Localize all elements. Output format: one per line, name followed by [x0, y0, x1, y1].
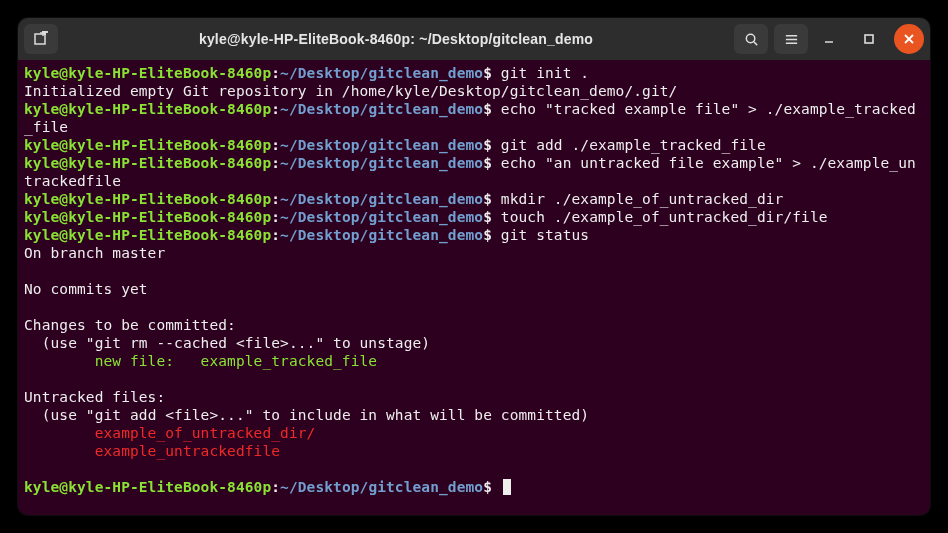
blank-line [24, 370, 924, 388]
terminal-window: kyle@kyle-HP-EliteBook-8460p: ~/Desktop/… [18, 18, 930, 515]
blank-line [24, 262, 924, 280]
maximize-button[interactable] [854, 24, 884, 54]
close-button[interactable] [894, 24, 924, 54]
prompt-line: kyle@kyle-HP-EliteBook-8460p:~/Desktop/g… [24, 208, 924, 226]
prompt-line: kyle@kyle-HP-EliteBook-8460p:~/Desktop/g… [24, 154, 924, 190]
blank-line [24, 298, 924, 316]
prompt-line: kyle@kyle-HP-EliteBook-8460p:~/Desktop/g… [24, 136, 924, 154]
prompt-line: kyle@kyle-HP-EliteBook-8460p:~/Desktop/g… [24, 64, 924, 82]
svg-point-5 [746, 34, 754, 42]
cursor [503, 479, 511, 495]
window-title: kyle@kyle-HP-EliteBook-8460p: ~/Desktop/… [64, 31, 728, 47]
output-line: example_of_untracked_dir/ [24, 424, 924, 442]
prompt-line: kyle@kyle-HP-EliteBook-8460p:~/Desktop/g… [24, 478, 924, 496]
output-line: new file: example_tracked_file [24, 352, 924, 370]
titlebar: kyle@kyle-HP-EliteBook-8460p: ~/Desktop/… [18, 18, 930, 60]
output-line: (use "git add <file>..." to include in w… [24, 406, 924, 424]
svg-rect-11 [865, 35, 873, 43]
search-button[interactable] [734, 24, 768, 54]
prompt-line: kyle@kyle-HP-EliteBook-8460p:~/Desktop/g… [24, 190, 924, 208]
output-line: Untracked files: [24, 388, 924, 406]
output-line: Changes to be committed: [24, 316, 924, 334]
output-line: Initialized empty Git repository in /hom… [24, 82, 924, 100]
output-line: No commits yet [24, 280, 924, 298]
minimize-button[interactable] [814, 24, 844, 54]
output-line: On branch master [24, 244, 924, 262]
output-line: example_untrackedfile [24, 442, 924, 460]
prompt-line: kyle@kyle-HP-EliteBook-8460p:~/Desktop/g… [24, 226, 924, 244]
window-controls [814, 24, 924, 54]
new-tab-button[interactable] [24, 24, 58, 54]
svg-line-6 [753, 41, 756, 44]
terminal-body[interactable]: kyle@kyle-HP-EliteBook-8460p:~/Desktop/g… [18, 60, 930, 500]
output-line: (use "git rm --cached <file>..." to unst… [24, 334, 924, 352]
prompt-line: kyle@kyle-HP-EliteBook-8460p:~/Desktop/g… [24, 100, 924, 136]
blank-line [24, 460, 924, 478]
menu-button[interactable] [774, 24, 808, 54]
